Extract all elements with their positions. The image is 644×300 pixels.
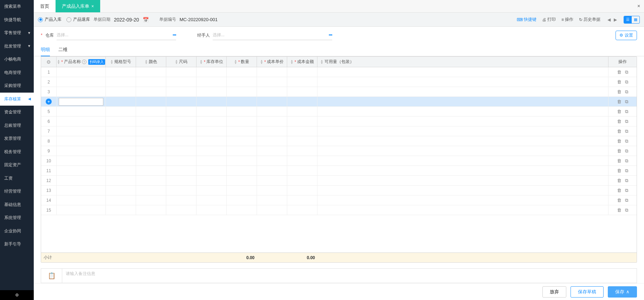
subtab-detail[interactable]: 明细 (41, 44, 50, 56)
delete-icon[interactable]: 🗑 (617, 69, 622, 75)
cell-avail[interactable] (317, 107, 608, 116)
cell-size[interactable] (166, 87, 197, 96)
cell-size[interactable] (166, 186, 197, 195)
col-spec[interactable]: ▲▼规格型号 (106, 57, 136, 67)
cell-avail[interactable] (317, 186, 608, 195)
delete-icon[interactable]: 🗑 (617, 168, 622, 173)
delete-icon[interactable]: 🗑 (617, 109, 622, 114)
copy-icon[interactable]: ⧉ (625, 129, 628, 134)
copy-icon[interactable]: ⧉ (625, 198, 628, 203)
cell-qty[interactable] (227, 166, 257, 175)
cell-qty[interactable] (227, 176, 257, 185)
col-amount[interactable]: ▲▼*成本金额 (287, 57, 317, 67)
table-row[interactable]: 15🗑⧉ (41, 205, 637, 215)
delete-icon[interactable]: 🗑 (617, 138, 622, 144)
cell-size[interactable] (166, 126, 197, 136)
table-row[interactable]: 9🗑⧉ (41, 146, 637, 156)
cell-color[interactable] (136, 195, 166, 205)
sidebar-item-8[interactable]: 资金管理 (0, 106, 34, 119)
cell-price[interactable] (257, 156, 287, 165)
table-row[interactable]: 8🗑⧉ (41, 136, 637, 146)
sidebar-item-6[interactable]: 采购管理 (0, 79, 34, 93)
cell-amt[interactable] (287, 146, 317, 156)
close-icon[interactable]: × (91, 0, 94, 13)
cell-spec[interactable] (106, 186, 136, 195)
product-input[interactable] (59, 98, 104, 106)
help-icon[interactable]: ? (82, 60, 86, 64)
cell-product[interactable] (57, 67, 106, 77)
delete-icon[interactable]: 🗑 (617, 148, 622, 154)
delete-icon[interactable]: 🗑 (617, 119, 622, 124)
cell-color[interactable] (136, 126, 166, 136)
cell-unit[interactable] (197, 176, 227, 185)
col-qty[interactable]: ▲▼*数量 (227, 57, 257, 67)
cell-amt[interactable] (287, 67, 317, 77)
cell-avail[interactable] (317, 146, 608, 156)
cell-unit[interactable] (197, 107, 227, 116)
copy-icon[interactable]: ⧉ (625, 109, 628, 114)
cell-amt[interactable] (287, 107, 317, 116)
cell-color[interactable] (136, 77, 166, 87)
copy-icon[interactable]: ⧉ (625, 99, 628, 105)
cell-avail[interactable] (317, 126, 608, 136)
cell-qty[interactable] (227, 97, 257, 106)
cell-amt[interactable] (287, 126, 317, 136)
col-product[interactable]: ▲▼*产品名称?扫码录入 (57, 57, 106, 67)
cell-amt[interactable] (287, 156, 317, 165)
cell-spec[interactable] (106, 67, 136, 77)
cell-spec[interactable] (106, 195, 136, 205)
cell-product[interactable] (57, 166, 106, 175)
cell-avail[interactable] (317, 195, 608, 205)
cell-price[interactable] (257, 87, 287, 96)
warehouse-select[interactable]: 选择... ••• (57, 30, 176, 40)
copy-icon[interactable]: ⧉ (625, 158, 628, 164)
col-config[interactable]: ⚙ (41, 57, 57, 67)
cell-size[interactable] (166, 67, 197, 77)
cell-price[interactable] (257, 97, 287, 106)
cell-qty[interactable] (227, 67, 257, 77)
col-unit[interactable]: ▲▼*库存单位 (197, 57, 227, 67)
col-price[interactable]: ▲▼*成本单价 (257, 57, 287, 67)
cell-size[interactable] (166, 107, 197, 116)
cell-amt[interactable] (287, 166, 317, 175)
table-row[interactable]: 6🗑⧉ (41, 117, 637, 126)
cell-product[interactable] (57, 205, 106, 215)
cell-product[interactable] (57, 107, 106, 116)
cell-qty[interactable] (227, 87, 257, 96)
cell-color[interactable] (136, 146, 166, 156)
delete-icon[interactable]: 🗑 (617, 158, 622, 163)
copy-icon[interactable]: ⧉ (625, 138, 628, 144)
view-list-icon[interactable]: ☰ (624, 16, 632, 23)
cell-qty[interactable] (227, 126, 257, 136)
cell-spec[interactable] (106, 136, 136, 146)
cell-size[interactable] (166, 117, 197, 126)
cell-color[interactable] (136, 107, 166, 116)
cell-avail[interactable] (317, 176, 608, 185)
cell-avail[interactable] (317, 136, 608, 146)
discard-button[interactable]: 放弃 (542, 286, 566, 298)
cell-avail[interactable] (317, 166, 608, 175)
date-value[interactable]: 2022-09-20 (114, 17, 139, 23)
cell-size[interactable] (166, 156, 197, 165)
cell-spec[interactable] (106, 205, 136, 215)
handler-select[interactable]: 选择... ••• (213, 30, 332, 40)
sidebar-item-18[interactable]: 新手引导 (0, 238, 34, 251)
cell-amt[interactable] (287, 186, 317, 195)
col-size[interactable]: ▲▼尺码 (166, 57, 197, 67)
cell-qty[interactable] (227, 186, 257, 195)
cell-avail[interactable] (317, 97, 608, 106)
tab-finished-goods-in[interactable]: 产成品入库单 × (56, 0, 100, 12)
more-icon[interactable]: ••• (173, 33, 176, 38)
cell-qty[interactable] (227, 156, 257, 165)
cell-amt[interactable] (287, 195, 317, 205)
table-row[interactable]: 12🗑⧉ (41, 176, 637, 186)
cell-size[interactable] (166, 136, 197, 146)
cell-price[interactable] (257, 205, 287, 215)
table-row[interactable]: 3🗑⧉ (41, 87, 637, 97)
cell-product[interactable] (57, 156, 106, 165)
copy-icon[interactable]: ⧉ (625, 168, 628, 174)
nav-prev-icon[interactable]: ◀ (606, 17, 612, 22)
remark-input[interactable]: 请输入备注信息 (62, 269, 637, 283)
cell-size[interactable] (166, 146, 197, 156)
cell-spec[interactable] (106, 97, 136, 106)
